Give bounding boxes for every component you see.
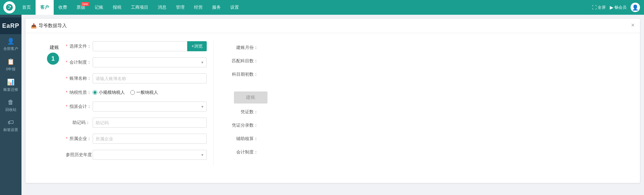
- nav-tax[interactable]: 报税: [108, 0, 126, 15]
- form-section: * 选择文件： +浏览 * 会计制度：: [66, 41, 207, 166]
- match-subjects-row: 匹配科目数：: [227, 58, 627, 64]
- company-row: * 所属企业：: [66, 134, 207, 144]
- tax-type-label: * 纳税性质：: [66, 89, 93, 95]
- subject-initial-label: 科目期初数：: [227, 71, 261, 77]
- nav-billing[interactable]: 收费: [54, 0, 72, 15]
- accounting-system-select-wrapper: ▼: [93, 57, 207, 67]
- voucher-count-label: 凭证数：: [227, 109, 261, 115]
- ledger-name-input[interactable]: [93, 73, 207, 83]
- panel-body: 建账 1 * 选择文件： +浏览: [26, 33, 640, 174]
- declaration-icon: 📋: [7, 58, 14, 65]
- required-star-5: *: [66, 104, 67, 109]
- company-label: * 所属企业：: [66, 136, 93, 142]
- small-taxpayer-radio[interactable]: [93, 90, 97, 95]
- step-label: 建账: [50, 45, 59, 51]
- nav-settings[interactable]: 设置: [226, 0, 244, 15]
- file-input[interactable]: [93, 41, 187, 51]
- svg-point-0: [6, 4, 13, 11]
- nav-ledger[interactable]: 记账: [90, 0, 108, 15]
- assign-accountant-row: * 指派会计： ▼: [66, 102, 207, 112]
- svg-point-1: [10, 6, 11, 7]
- assist-code-input[interactable]: [93, 118, 207, 128]
- build-month-label: 建账月份：: [227, 45, 261, 51]
- vip-icon: ▶: [610, 5, 613, 10]
- panel-title: 导爷数据导入: [39, 23, 67, 29]
- panel-close-button[interactable]: ×: [631, 22, 635, 28]
- nav-manage[interactable]: 管理: [171, 0, 189, 15]
- assign-accountant-select[interactable]: [93, 102, 207, 112]
- tax-type-row: * 纳税性质： 小规模纳税人 一般纳税人: [66, 89, 207, 95]
- app-logo: [3, 1, 15, 13]
- browse-button[interactable]: +浏览: [187, 41, 207, 51]
- user-avatar[interactable]: 👤: [631, 3, 640, 12]
- nav-invoice[interactable]: 票据 new: [72, 0, 90, 15]
- ledger-name-label: * 账簿名称：: [66, 75, 93, 81]
- panel-header: 📥 导爷数据导入 ×: [26, 19, 640, 33]
- top-navigation: 首页 客户 收费 票据 new 记账 报税 工商项目 消息 管理 经营 服务 设…: [0, 0, 644, 15]
- nav-service[interactable]: 服务: [207, 0, 226, 15]
- nav-operation[interactable]: 经营: [189, 0, 207, 15]
- panel-title-icon: 📥: [31, 23, 37, 28]
- sidebar: EaRP 👤 全部客户 📋 0申报 📊 账套迁移 🗑 回收站 🏷 标签设置: [0, 15, 21, 195]
- sidebar-item-account-migration[interactable]: 📊 账套迁移: [0, 75, 21, 95]
- recycle-icon: 🗑: [8, 99, 14, 106]
- main-content: 📥 导爷数据导入 × 建账 1 * 选择文件：: [21, 15, 644, 195]
- step-circle: 1: [47, 53, 59, 65]
- small-taxpayer-option[interactable]: 小规模纳税人: [93, 89, 125, 95]
- account-migration-icon: 📊: [7, 78, 14, 86]
- tag-settings-icon: 🏷: [8, 119, 14, 126]
- accounting-system-select[interactable]: [93, 57, 207, 67]
- all-clients-icon: 👤: [7, 38, 14, 45]
- fullscreen-icon: ⛶: [592, 5, 597, 10]
- general-taxpayer-label: 一般纳税人: [136, 89, 158, 95]
- sidebar-item-recycle[interactable]: 🗑 回收站: [0, 95, 21, 116]
- build-btn-container: 建账: [227, 85, 627, 104]
- nav-message[interactable]: 消息: [153, 0, 171, 15]
- required-star-6: *: [66, 136, 67, 141]
- ledger-name-row: * 账簿名称：: [66, 73, 207, 83]
- general-taxpayer-option[interactable]: 一般纳税人: [130, 89, 158, 95]
- sidebar-item-tag-settings[interactable]: 🏷 标签设置: [0, 116, 21, 136]
- reference-year-select[interactable]: [93, 150, 207, 160]
- required-star-3: *: [66, 76, 67, 81]
- assign-accountant-label: * 指派会计：: [66, 104, 93, 110]
- subject-initial-row: 科目期初数：: [227, 71, 627, 77]
- vip-button[interactable]: ▶ 畅会员: [610, 5, 627, 10]
- sidebar-logo: EaRP: [0, 17, 21, 34]
- accounting-system-info-row: 会计制度：: [227, 149, 627, 155]
- info-section: 建账月份： 匹配科目数： 科目期初数： 建账: [213, 41, 627, 166]
- reference-year-label: 参照历史年度：: [66, 152, 93, 158]
- sidebar-item-declaration[interactable]: 📋 0申报: [0, 55, 21, 75]
- nav-industry[interactable]: 工商项目: [126, 0, 153, 15]
- build-account-button[interactable]: 建账: [234, 91, 267, 104]
- accounting-system-info-label: 会计制度：: [227, 149, 261, 155]
- required-star: *: [66, 44, 67, 49]
- required-star-4: *: [66, 90, 67, 95]
- reference-year-select-wrapper: ▼: [93, 150, 207, 160]
- assist-calc-row: 辅助核算：: [227, 136, 627, 142]
- nav-items: 首页 客户 收费 票据 new 记账 报税 工商项目 消息 管理 经营 服务 设…: [17, 0, 592, 15]
- select-file-label: * 选择文件：: [66, 43, 93, 49]
- nav-customer[interactable]: 客户: [36, 0, 54, 15]
- company-input[interactable]: [93, 134, 207, 144]
- nav-right: ⛶ 全屏 ▶ 畅会员 👤: [592, 3, 640, 12]
- match-subjects-label: 匹配科目数：: [227, 58, 261, 64]
- voucher-entries-label: 凭证分录数：: [227, 122, 261, 128]
- general-taxpayer-radio[interactable]: [130, 90, 135, 95]
- sidebar-item-all-clients[interactable]: 👤 全部客户: [0, 34, 21, 55]
- select-file-row: * 选择文件： +浏览: [66, 41, 207, 51]
- accounting-system-row: * 会计制度： ▼: [66, 57, 207, 67]
- assist-calc-label: 辅助核算：: [227, 136, 261, 142]
- build-month-row: 建账月份：: [227, 45, 627, 51]
- import-panel: 📥 导爷数据导入 × 建账 1 * 选择文件：: [26, 19, 640, 183]
- assist-code-label: 助记码：: [66, 120, 93, 126]
- tax-type-radio-group: 小规模纳税人 一般纳税人: [93, 89, 207, 95]
- file-input-wrapper: +浏览: [93, 41, 207, 51]
- assist-code-row: 助记码：: [66, 118, 207, 128]
- required-star-2: *: [66, 60, 67, 65]
- voucher-count-row: 凭证数：: [227, 109, 627, 115]
- earp-logo-text: EaRP: [2, 22, 19, 29]
- fullscreen-button[interactable]: ⛶ 全屏: [592, 5, 606, 10]
- step-section: 建账 1: [39, 41, 66, 166]
- nav-home[interactable]: 首页: [17, 0, 36, 15]
